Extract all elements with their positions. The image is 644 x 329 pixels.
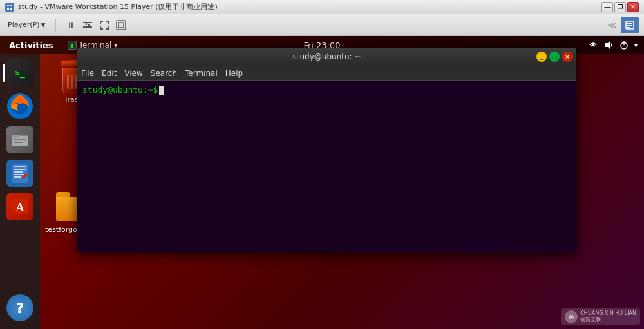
svg-rect-21 bbox=[627, 27, 630, 28]
network-icon[interactable] bbox=[588, 40, 598, 50]
vmware-toolbar: Player(P) ▼ ⏸ bbox=[0, 14, 644, 36]
terminal-prompt-line: study@ubuntu:~$ bbox=[82, 85, 571, 95]
close-button[interactable]: ✕ bbox=[627, 2, 639, 12]
dock-item-firefox[interactable] bbox=[5, 91, 35, 121]
vmware-app-icon bbox=[5, 3, 14, 12]
terminal-menubar: File Edit View Search Terminal Help bbox=[77, 66, 576, 81]
svg-rect-19 bbox=[627, 23, 632, 24]
terminal-cursor bbox=[159, 86, 164, 95]
system-menu-arrow[interactable]: ▾ bbox=[634, 42, 638, 49]
terminal-window-controls: _ □ × bbox=[536, 52, 573, 62]
svg-rect-5 bbox=[86, 22, 87, 25]
back-arrow[interactable]: ≪ bbox=[607, 20, 617, 30]
menu-view[interactable]: View bbox=[124, 69, 142, 78]
vm-settings-button[interactable] bbox=[80, 18, 95, 32]
dock-item-files[interactable] bbox=[5, 125, 35, 155]
activities-button[interactable]: Activities bbox=[0, 36, 62, 54]
firefox-dock-icon bbox=[6, 93, 33, 120]
vmware-titlebar: study - VMware Workstation 15 Player (仅用… bbox=[0, 0, 644, 14]
svg-rect-11 bbox=[108, 21, 109, 24]
writer-dock-icon bbox=[6, 160, 33, 187]
topbar-right-icons: ▾ bbox=[588, 40, 644, 50]
svg-rect-36 bbox=[14, 171, 23, 173]
svg-rect-35 bbox=[14, 169, 26, 170]
vmware-window-controls: — ❐ ✕ bbox=[601, 2, 639, 12]
dock-item-help[interactable]: ? bbox=[5, 293, 35, 323]
vmware-toolbar-right: ≪ bbox=[607, 17, 639, 33]
terminal-minimize-button[interactable]: _ bbox=[536, 52, 547, 62]
svg-rect-15 bbox=[108, 26, 109, 30]
ubuntu-dock: A ? bbox=[0, 54, 40, 329]
svg-rect-4 bbox=[83, 22, 92, 23]
svg-rect-38 bbox=[14, 176, 21, 178]
menu-file[interactable]: File bbox=[81, 69, 94, 78]
svg-rect-7 bbox=[88, 24, 90, 28]
watermark-logo: ⊛ bbox=[565, 310, 578, 323]
menu-terminal[interactable]: Terminal bbox=[185, 69, 218, 78]
menu-edit[interactable]: Edit bbox=[102, 69, 117, 78]
restore-button[interactable]: ❐ bbox=[614, 2, 626, 12]
dock-item-writer[interactable] bbox=[5, 158, 35, 188]
dock-item-terminal[interactable] bbox=[5, 58, 35, 88]
svg-rect-2 bbox=[7, 8, 9, 10]
menu-search[interactable]: Search bbox=[151, 69, 177, 78]
pause-button[interactable]: ⏸ bbox=[64, 18, 78, 32]
player-menu-button[interactable]: Player(P) ▼ bbox=[5, 19, 48, 30]
watermark-text: CHUANG XIN HU LIAN 创新互联 bbox=[580, 310, 636, 323]
svg-rect-16 bbox=[117, 21, 126, 30]
svg-rect-17 bbox=[118, 23, 124, 28]
svg-rect-20 bbox=[627, 25, 632, 26]
ubuntu-vm: Activities ▮ Terminal ▾ Fri 23:00 bbox=[0, 36, 644, 329]
svg-marker-23 bbox=[605, 41, 610, 49]
toolbar-divider bbox=[55, 19, 56, 32]
software-dock-icon: A bbox=[6, 193, 33, 220]
unity-button[interactable] bbox=[114, 18, 128, 32]
svg-rect-13 bbox=[100, 26, 101, 30]
help-dock-icon: ? bbox=[6, 294, 33, 321]
svg-text:A: A bbox=[16, 201, 24, 214]
minimize-button[interactable]: — bbox=[601, 2, 613, 12]
svg-rect-31 bbox=[14, 139, 26, 140]
vmware-titlebar-left: study - VMware Workstation 15 Player (仅用… bbox=[5, 2, 218, 12]
library-icon[interactable] bbox=[621, 17, 639, 33]
svg-rect-37 bbox=[14, 174, 25, 175]
svg-rect-1 bbox=[10, 5, 12, 6]
svg-rect-30 bbox=[12, 135, 19, 138]
menu-help[interactable]: Help bbox=[225, 69, 243, 78]
svg-rect-9 bbox=[100, 21, 101, 24]
terminal-close-button[interactable]: × bbox=[562, 52, 573, 62]
power-icon[interactable] bbox=[619, 40, 629, 50]
terminal-titlebar: study@ubuntu: ~ _ □ × bbox=[77, 48, 576, 66]
terminal-app-icon: ▮ bbox=[68, 41, 77, 50]
svg-rect-3 bbox=[10, 8, 12, 10]
terminal-prompt-text: study@ubuntu:~$ bbox=[82, 85, 158, 95]
vmware-toolbar-icons: ⏸ bbox=[64, 18, 128, 32]
terminal-title: study@ubuntu: ~ bbox=[293, 52, 361, 61]
svg-rect-6 bbox=[83, 26, 92, 28]
volume-icon[interactable] bbox=[603, 40, 614, 50]
terminal-window[interactable]: study@ubuntu: ~ _ □ × File Edit View Sea… bbox=[77, 48, 576, 252]
fullscreen-button[interactable] bbox=[97, 18, 111, 32]
vmware-title: study - VMware Workstation 15 Player (仅用… bbox=[18, 2, 218, 12]
terminal-dock-icon bbox=[6, 59, 33, 86]
watermark: ⊛ CHUANG XIN HU LIAN 创新互联 bbox=[561, 308, 640, 325]
files-dock-icon bbox=[6, 126, 33, 153]
svg-rect-0 bbox=[7, 5, 9, 6]
dock-item-software[interactable]: A bbox=[5, 192, 35, 221]
terminal-maximize-button[interactable]: □ bbox=[549, 52, 560, 62]
terminal-content[interactable]: study@ubuntu:~$ bbox=[77, 81, 576, 252]
svg-rect-32 bbox=[14, 142, 23, 143]
svg-rect-34 bbox=[14, 166, 26, 167]
